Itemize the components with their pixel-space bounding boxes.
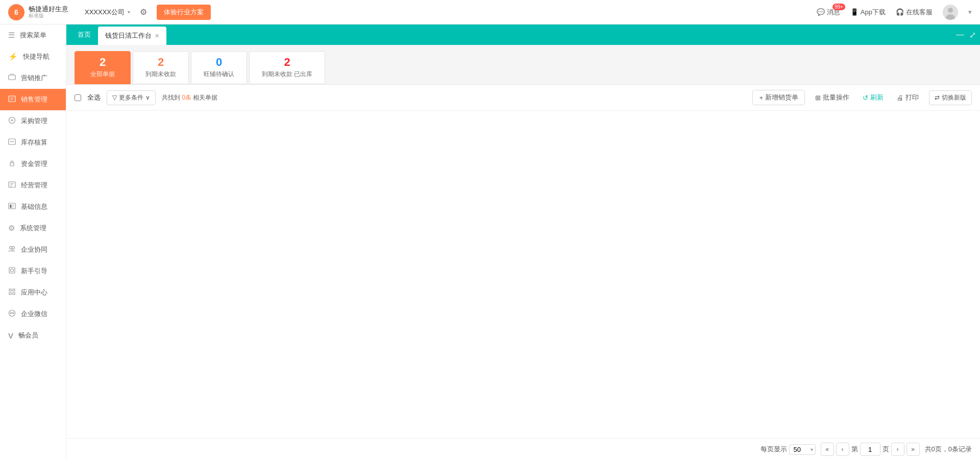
enterprise-icon [8,245,16,254]
company-selector[interactable]: XXXXXX公司 ▾ [85,8,130,17]
sidebar-item-label: 企业协同 [21,245,47,254]
summary-tab-shipped[interactable]: 2 到期未收款 已出库 [249,51,325,84]
found-count: 0条 [182,94,191,101]
guide-icon [8,267,16,276]
avatar-icon [943,5,958,20]
batch-operation-button[interactable]: ⊞ 批量操作 [812,91,852,104]
message-icon: 💬 [817,8,825,16]
sidebar-item-enterprise[interactable]: 企业协同 [0,239,66,260]
sidebar-item-operations[interactable]: 经营管理 [0,175,66,196]
sidebar-item-marketing[interactable]: 营销推广 [0,67,66,89]
svg-rect-7 [10,163,14,166]
current-page-input[interactable] [860,443,880,456]
data-area [66,111,980,438]
avatar[interactable] [943,5,958,20]
tab-close-icon[interactable]: ✕ [155,33,159,39]
sidebar-item-label: 新手引导 [21,267,47,276]
message-button[interactable]: 💬 消息 99+ [817,8,840,17]
finance-svg-icon [8,159,16,167]
logo-text: 畅捷通好生意 标准版 [29,5,68,19]
sidebar-item-base-info[interactable]: 基础信息 [0,196,66,217]
summary-tabs: 2 全部单据 2 到期未收款 0 旺辅待确认 2 到期未收款 已出库 [66,45,980,85]
operations-svg-icon [8,181,16,188]
sidebar-item-sales-mgmt[interactable]: 销售管理 [0,89,66,110]
online-service-button[interactable]: 🎧 在线客服 [896,8,933,17]
top-header: 6 畅捷通好生意 标准版 XXXXXX公司 ▾ ⚙ 体验行业方案 💬 消息 99… [0,0,980,25]
refresh-button[interactable]: ↺ 刷新 [860,91,887,104]
enterprise-svg-icon [8,245,16,253]
select-all-checkbox[interactable] [75,94,81,101]
page-size-select[interactable]: 20 50 100 200 [789,444,816,455]
app-center-icon [8,288,16,297]
sidebar-item-member[interactable]: V 畅会员 [0,325,66,346]
sidebar-item-label: 畅会员 [18,331,38,340]
wangfu-label: 旺辅待确认 [204,70,234,79]
page-size-selector: 每页显示 20 50 100 200 [761,444,816,455]
svg-point-16 [13,312,14,313]
tab-minimize-button[interactable]: — [956,30,964,40]
gear-icon: ⚙ [140,7,147,17]
base-info-icon [8,202,16,211]
logo-title: 畅捷通好生意 [29,5,68,13]
chevron-down-icon: ▾ [968,8,972,16]
app-download-button[interactable]: 📱 App下载 [850,8,886,17]
select-all-label: 全选 [87,93,101,102]
page-of-label: 页 [883,445,889,454]
sidebar-item-search-menu[interactable]: ☰ 搜索菜单 [0,25,66,46]
tab-bar: 首页 钱货日清工作台 ✕ — ⤢ [66,25,980,45]
sidebar-item-purchase-mgmt[interactable]: 采购管理 [0,110,66,132]
sidebar-item-label: 采购管理 [21,116,47,126]
sidebar-item-inventory[interactable]: 库存核算 [0,132,66,153]
tab-work-station[interactable]: 钱货日清工作台 ✕ [98,27,166,45]
per-page-label: 每页显示 [761,445,787,454]
tab-home[interactable]: 首页 [70,25,98,45]
filter-chevron-icon: ∨ [145,94,150,101]
message-badge: 99+ [832,4,845,10]
next-page-button[interactable]: › [891,443,904,456]
total-records-text: 共0页，0条记录 [925,445,972,454]
print-button[interactable]: 🖨 打印 [894,91,922,104]
summary-tab-all[interactable]: 2 全部单据 [75,51,131,84]
shipped-label: 到期未收款 已出库 [262,70,312,79]
purchase-icon [8,116,16,126]
sidebar-item-system-mgmt[interactable]: ⚙ 系统管理 [0,217,66,239]
settings-button[interactable]: ⚙ [136,5,151,19]
logo-icon: 6 [8,4,24,20]
first-page-button[interactable]: « [821,443,834,456]
refresh-label: 刷新 [870,93,884,102]
prev-page-button[interactable]: ‹ [836,443,849,456]
trial-button[interactable]: 体验行业方案 [157,5,211,20]
tab-maximize-button[interactable]: ⤢ [969,30,976,40]
svg-rect-12 [9,268,15,273]
svg-rect-3 [9,75,15,80]
summary-tab-overdue[interactable]: 2 到期未收款 [133,51,189,84]
footer-bar: 每页显示 20 50 100 200 « ‹ 第 页 › » [66,438,980,460]
user-menu-button[interactable]: ▾ [968,8,972,16]
switch-version-button[interactable]: ⇄ 切换新版 [929,90,972,105]
sidebar-item-app-center[interactable]: 应用中心 [0,282,66,303]
member-icon: V [8,331,13,340]
print-icon: 🖨 [897,94,903,102]
filter-button[interactable]: ▽ 更多条件 ∨ [107,90,156,105]
system-icon: ⚙ [8,224,15,233]
content-area: 2 全部单据 2 到期未收款 0 旺辅待确认 2 到期未收款 已出库 全选 ▽ … [66,45,980,460]
pagination: « ‹ 第 页 › » [821,443,920,456]
inventory-icon [8,138,16,147]
inventory-svg-icon [8,138,16,146]
marketing-icon [8,74,16,83]
last-page-button[interactable]: » [906,443,920,456]
sidebar-item-guide[interactable]: 新手引导 [0,260,66,282]
service-icon: 🎧 [896,8,904,16]
company-name: XXXXXX公司 [85,8,125,17]
filter-icon: ▽ [112,94,117,101]
sidebar-item-label: 系统管理 [20,224,46,233]
sidebar-item-wecom[interactable]: 企业微信 [0,303,66,325]
summary-tab-wangfu[interactable]: 0 旺辅待确认 [191,51,247,84]
print-label: 打印 [905,93,919,102]
logo-area: 6 畅捷通好生意 标准版 [8,4,75,20]
sidebar-item-finance[interactable]: 资金管理 [0,153,66,175]
new-sales-order-button[interactable]: + 新增销货单 [752,90,805,105]
company-chevron-icon: ▾ [128,9,130,15]
sidebar-item-quick-nav[interactable]: ⚡ 快捷导航 [0,46,66,67]
header-right: 💬 消息 99+ 📱 App下载 🎧 在线客服 ▾ [817,5,972,20]
